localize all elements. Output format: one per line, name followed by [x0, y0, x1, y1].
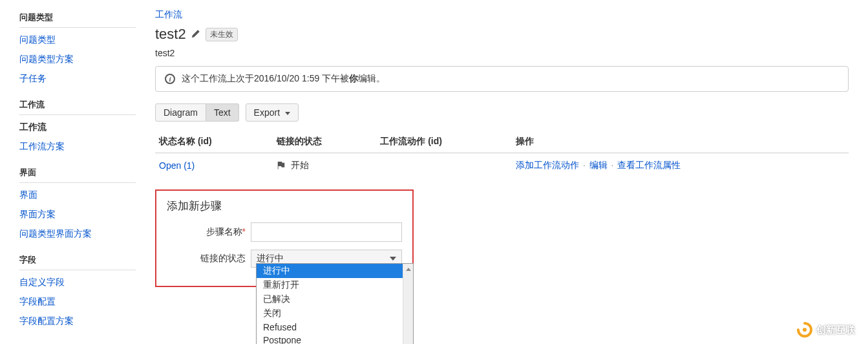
- view-toggle-group: Diagram Text: [155, 103, 239, 122]
- flag-icon: [277, 161, 286, 170]
- step-name-label: 步骤名称*: [167, 226, 251, 238]
- sidebar-section-screens: 界面 界面 界面方案 问题类型界面方案: [19, 162, 136, 244]
- dropdown-item[interactable]: Refused: [257, 321, 413, 334]
- status-id-text: (1): [184, 160, 195, 171]
- sidebar-item-issue-type-screen-schemes[interactable]: 问题类型界面方案: [19, 224, 136, 244]
- sidebar-item-subtasks[interactable]: 子任务: [19, 69, 136, 89]
- diagram-tab[interactable]: Diagram: [155, 103, 206, 122]
- sidebar-item-issue-type-schemes[interactable]: 问题类型方案: [19, 50, 136, 69]
- export-button[interactable]: Export: [246, 103, 299, 122]
- table-row: Open (1) 开始 添加工作流动作 · 编辑: [155, 153, 849, 178]
- info-suffix: 编辑。: [358, 73, 385, 83]
- linked-status-text: 开始: [291, 160, 309, 170]
- step-name-input[interactable]: [251, 222, 402, 242]
- separator: ·: [583, 160, 586, 170]
- title-row: test2 未生效: [155, 26, 849, 43]
- form-row-step-name: 步骤名称*: [167, 222, 402, 242]
- cell-status-name: Open (1): [155, 153, 273, 178]
- info-icon: i: [165, 74, 175, 84]
- chevron-down-icon: [390, 257, 396, 261]
- svg-point-0: [803, 328, 807, 332]
- th-status-name: 状态名称 (id): [155, 131, 273, 153]
- button-row: Diagram Text Export: [155, 103, 849, 122]
- logo-icon: [797, 322, 812, 338]
- th-ops: 操作: [512, 131, 849, 153]
- required-mark: *: [242, 226, 246, 237]
- view-props-link[interactable]: 查看工作流属性: [617, 160, 681, 170]
- logo-text: 创新互联: [816, 324, 855, 336]
- info-text: 这个工作流上次于2016/10/20 1:59 下午被你编辑。: [182, 73, 385, 85]
- status-link[interactable]: Open (1): [159, 160, 195, 171]
- edit-icon[interactable]: [191, 29, 200, 40]
- step-label-text: 步骤名称: [206, 226, 242, 237]
- sidebar-heading: 工作流: [19, 94, 136, 115]
- add-action-link[interactable]: 添加工作流动作: [516, 160, 579, 170]
- sidebar-heading: 界面: [19, 162, 136, 183]
- sidebar-heading: 字段: [19, 249, 136, 270]
- chevron-up-icon: [406, 268, 411, 271]
- th-linked-status: 链接的状态: [273, 131, 376, 153]
- status-name-text: Open: [159, 160, 181, 171]
- sidebar-item-custom-fields[interactable]: 自定义字段: [19, 273, 136, 292]
- sidebar-item-workflow[interactable]: 工作流: [19, 118, 136, 137]
- info-bold: 你: [349, 73, 358, 83]
- breadcrumb[interactable]: 工作流: [155, 6, 849, 23]
- sidebar-item-workflow-schemes[interactable]: 工作流方案: [19, 137, 136, 156]
- info-prefix: 这个工作流上次于2016/10/20 1:59 下午被: [182, 73, 349, 83]
- th-actions: 工作流动作 (id): [376, 131, 512, 153]
- sidebar-section-workflow: 工作流 工作流 工作流方案: [19, 94, 136, 156]
- add-step-form: 添加新步骤 步骤名称* 链接的状态 进行中 进行中 重新打开 已解决 关闭 Re: [155, 189, 414, 287]
- workflow-table: 状态名称 (id) 链接的状态 工作流动作 (id) 操作 Open (1): [155, 131, 849, 178]
- cell-actions: [376, 153, 512, 178]
- sidebar-item-field-config[interactable]: 字段配置: [19, 292, 136, 312]
- sidebar-section-fields: 字段 自定义字段 字段配置 字段配置方案: [19, 249, 136, 331]
- sidebar-heading: 问题类型: [19, 6, 136, 28]
- table-header-row: 状态名称 (id) 链接的状态 工作流动作 (id) 操作: [155, 131, 849, 153]
- edit-link[interactable]: 编辑: [589, 160, 608, 170]
- dropdown-item[interactable]: 关闭: [257, 306, 413, 321]
- chevron-down-icon: [285, 112, 290, 115]
- cell-linked-status: 开始: [273, 153, 376, 178]
- dropdown-item[interactable]: 已解决: [257, 292, 413, 306]
- scroll-up-button[interactable]: [403, 264, 413, 274]
- sidebar: 问题类型 问题类型 问题类型方案 子任务 工作流 工作流 工作流方案 界面 界面…: [0, 0, 136, 343]
- page-title: test2: [155, 26, 186, 43]
- sidebar-section-issue-types: 问题类型 问题类型 问题类型方案 子任务: [19, 6, 136, 89]
- status-dropdown: 进行中 重新打开 已解决 关闭 Refused Postpone Verifie…: [256, 263, 414, 344]
- text-tab[interactable]: Text: [206, 103, 239, 122]
- linked-status-label: 链接的状态: [167, 253, 251, 264]
- brand-logo: 创新互联: [797, 322, 855, 338]
- sidebar-item-field-config-schemes[interactable]: 字段配置方案: [19, 312, 136, 331]
- sidebar-item-screens[interactable]: 界面: [19, 186, 136, 205]
- cell-ops: 添加工作流动作 · 编辑 · 查看工作流属性: [512, 153, 849, 178]
- dropdown-item[interactable]: 进行中: [257, 264, 413, 278]
- dropdown-item[interactable]: Postpone: [257, 334, 413, 344]
- sidebar-item-screen-schemes[interactable]: 界面方案: [19, 205, 136, 224]
- subtitle: test2: [155, 48, 849, 58]
- scrollbar[interactable]: [403, 264, 413, 344]
- info-box: i 这个工作流上次于2016/10/20 1:59 下午被你编辑。: [155, 66, 849, 92]
- main-content: 工作流 test2 未生效 test2 i 这个工作流上次于2016/10/20…: [136, 0, 868, 343]
- dropdown-item[interactable]: 重新打开: [257, 278, 413, 292]
- form-title: 添加新步骤: [167, 199, 402, 213]
- sidebar-item-issue-types[interactable]: 问题类型: [19, 30, 136, 50]
- status-badge: 未生效: [206, 28, 238, 41]
- export-label: Export: [254, 107, 280, 118]
- separator: ·: [611, 160, 614, 170]
